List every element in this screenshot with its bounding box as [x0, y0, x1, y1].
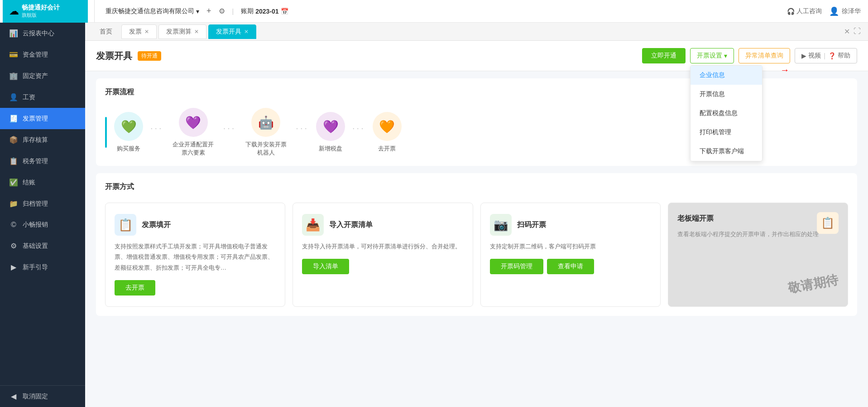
sidebar-label-guding: 固定资产 [23, 72, 48, 80]
calendar-icon[interactable]: 📅 [281, 8, 288, 15]
flow-step-newtax: 💜 新增税盘 [316, 112, 345, 153]
sidebar-item-guidang[interactable]: 📁 归档管理 [0, 193, 85, 214]
settings-gear-icon[interactable]: ⚙ [219, 7, 225, 15]
method-boss-header: 老板端开票 [677, 214, 839, 223]
content-header: 发票开具 待开通 立即开通 开票设置 ▾ [85, 41, 868, 71]
tab-label-fapiaocesuan: 发票测算 [166, 28, 192, 36]
sidebar-item-yunbao[interactable]: 📊 云报表中心 [0, 23, 85, 44]
sidebar-item-shuiwu[interactable]: 📋 税务管理 [0, 150, 85, 172]
dropdown-item-dayin[interactable]: 打印机管理 [691, 123, 762, 142]
sidebar-item-fapiao[interactable]: 🧾 发票管理 [0, 108, 85, 129]
sidebar-label-kucun: 库存核算 [23, 136, 48, 144]
step-circle-go: 🧡 [373, 112, 402, 141]
settings-dropdown-wrapper: 开票设置 ▾ → 企业信息开票信息配置税盘信息打印机管理下载开票客户端 [690, 48, 734, 63]
sidebar-icon-guding: 🏢 [9, 72, 18, 80]
tab-close-fapiaokaibu[interactable]: ✕ [244, 29, 249, 35]
logo-icon: ☁ [9, 5, 19, 17]
method-scan-apply-btn[interactable]: 查看申请 [547, 259, 594, 274]
sidebar-icon-gongzi: 👤 [9, 93, 18, 102]
tab-fapiaokaibu[interactable]: 发票开具✕ [208, 24, 256, 39]
method-fill-desc: 支持按照发票样式手工填开发票；可开具增值税电子普通发票、增值税普通发票、增值税专… [115, 241, 276, 273]
tab-close-fapiao[interactable]: ✕ [144, 29, 149, 35]
method-scan-code-btn[interactable]: 开票码管理 [490, 259, 543, 274]
video-button[interactable]: ▶ 视频 | ❓ 帮助 [795, 48, 857, 63]
method-fill: 📋 发票填开 支持按照发票样式手工填开发票；可开具增值税电子普通发票、增值税普通… [105, 203, 285, 307]
sidebar-bottom: ◀ 取消固定 [0, 385, 85, 407]
tab-home[interactable]: 首页 [92, 25, 120, 39]
user-info[interactable]: 👤 徐泽华 [829, 6, 861, 16]
header-actions: 立即开通 开票设置 ▾ → 企业信息开票信息配置税盘信息打印机管理 [642, 48, 857, 63]
sidebar-scroll: 📊 云报表中心 💳 资金管理 🏢 固定资产 👤 工资 🧾 发票管理 📦 库存核算… [0, 23, 85, 385]
activate-button[interactable]: 立即开通 [642, 48, 686, 63]
flow-arrow-3: ··· [352, 123, 365, 142]
sidebar-icon-xiaochang: © [9, 221, 18, 229]
step-circle-newtax: 💜 [316, 112, 345, 141]
sidebar-label-yunbao: 云报表中心 [23, 29, 54, 38]
sidebar-item-guding[interactable]: 🏢 固定资产 [0, 65, 85, 87]
methods-section: 开票方式 📋 发票填开 支持按照发票样式手工填开发票；可开具增值税电子普通发票、… [96, 173, 857, 316]
method-import-btn[interactable]: 导入清单 [302, 259, 349, 274]
sidebar-item-jichushezhi[interactable]: ⚙ 基础设置 [0, 235, 85, 257]
period-value: 2023-01 [255, 8, 278, 15]
method-boss-title: 老板端开票 [677, 214, 714, 223]
tab-fapiaocesuan[interactable]: 发票测算✕ [158, 24, 206, 39]
sidebar-label-xinshouyin: 新手引导 [23, 263, 48, 271]
sidebar-label-fapiao: 发票管理 [23, 115, 48, 123]
user-name: 徐泽华 [842, 7, 861, 15]
coming-soon-overlay: 敬请期待 [787, 271, 840, 297]
dropdown-item-xiazai[interactable]: 下载开票客户端 [691, 142, 762, 161]
method-scan-btns: 开票码管理 查看申请 [490, 259, 651, 274]
flow-arrow-1: ··· [223, 123, 236, 142]
user-avatar-icon: 👤 [829, 6, 839, 16]
sidebar-icon-shuiwu: 📋 [9, 157, 18, 165]
company-selector[interactable]: 重庆畅捷交通信息咨询有限公司 ▾ [106, 7, 199, 15]
sidebar-item-cancel-fixed[interactable]: ◀ 取消固定 [0, 386, 85, 407]
sidebar-item-xinshouyin[interactable]: ▶ 新手引导 [0, 257, 85, 278]
company-name-text: 重庆畅捷交通信息咨询有限公司 [106, 7, 194, 15]
flow-arrow-2: ··· [296, 123, 309, 142]
exception-button[interactable]: 异常清单查询 [739, 48, 790, 63]
close-window-icon[interactable]: ✕ [844, 27, 850, 36]
play-icon: ▶ [801, 52, 806, 59]
flow-step-buy: 💚 购买服务 [114, 112, 143, 153]
method-fill-icon: 📋 [115, 214, 136, 236]
consult-button[interactable]: 🎧 人工咨询 [787, 7, 822, 15]
period-label: 账期 [241, 7, 254, 15]
maximize-window-icon[interactable]: ⛶ [854, 27, 861, 36]
method-scan-icon: 📷 [490, 214, 512, 236]
method-scan-title: 扫码开票 [517, 220, 546, 230]
sidebar-item-kucun[interactable]: 📦 库存核算 [0, 129, 85, 150]
dropdown-item-peizhi[interactable]: 配置税盘信息 [691, 104, 762, 123]
step-label-newtax: 新增税盘 [319, 145, 342, 153]
tab-fapiao[interactable]: 发票✕ [121, 24, 157, 39]
sidebar-item-jiezhang[interactable]: ✅ 结账 [0, 172, 85, 193]
method-fill-btn[interactable]: 去开票 [115, 280, 155, 296]
tab-close-fapiaocesuan[interactable]: ✕ [194, 29, 199, 35]
company-dropdown-arrow: ▾ [196, 8, 199, 15]
dropdown-item-qiyexinxi[interactable]: 企业信息 [691, 66, 762, 85]
cancel-fixed-icon: ◀ [9, 392, 18, 401]
settings-button[interactable]: 开票设置 ▾ [690, 48, 734, 63]
step-circle-download: 🤖 [251, 108, 280, 137]
red-arrow: → [780, 65, 789, 75]
add-company-btn[interactable]: + [206, 6, 211, 16]
sidebar-item-gongzi[interactable]: 👤 工资 [0, 87, 85, 108]
sidebar-item-xiaochang[interactable]: © 小畅报销 [0, 214, 85, 235]
page-title: 发票开具 [96, 50, 132, 62]
flow-step-download: 🤖 下载并安装开票机器人 [243, 108, 288, 157]
sidebar-label-jiezhang: 结账 [23, 179, 35, 187]
dropdown-item-kaipiaoxinxi[interactable]: 开票信息 [691, 85, 762, 104]
sidebar-icon-jichushezhi: ⚙ [9, 242, 18, 250]
method-boss-desc: 查看老板端小程序提交的开票申请，并作出相应的处理 [677, 229, 839, 239]
sidebar-icon-jiezhang: ✅ [9, 178, 18, 187]
sidebar-label-xiaochang: 小畅报销 [23, 221, 48, 229]
content-area: 首页发票✕发票测算✕发票开具✕ ✕ ⛶ 发票开具 待开通 立即开通 [85, 23, 868, 407]
step-circle-buy: 💚 [114, 112, 143, 141]
sidebar-icon-xinshouyin: ▶ [9, 263, 18, 271]
settings-dropdown-menu: → 企业信息开票信息配置税盘信息打印机管理下载开票客户端 [690, 65, 762, 161]
method-fill-title: 发票填开 [142, 220, 171, 230]
sidebar-item-zijin[interactable]: 💳 资金管理 [0, 44, 85, 65]
method-scan: 📷 扫码开票 支持定制开票二维码，客户端可扫码开票 开票码管理 查看申请 [480, 203, 661, 307]
method-scan-header: 📷 扫码开票 [490, 214, 651, 236]
method-scan-desc: 支持定制开票二维码，客户端可扫码开票 [490, 241, 651, 252]
